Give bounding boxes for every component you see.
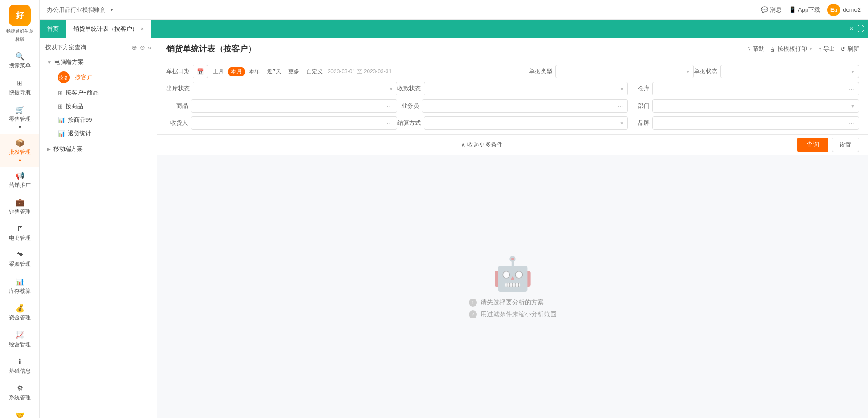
app-download-button[interactable]: 📱 App下载 bbox=[789, 6, 820, 14]
sidebar-item-system[interactable]: ⚙ 系统管理 bbox=[0, 380, 39, 406]
sidebar-item-sales[interactable]: 💼 销售管理 bbox=[0, 194, 39, 220]
tab-home-label: 首页 bbox=[47, 25, 59, 33]
settlement-select[interactable]: ▼ bbox=[424, 116, 628, 130]
sidebar-item-wholesale[interactable]: 📦 批发管理 ▲ bbox=[0, 134, 39, 167]
tree-item-label: 按客户 bbox=[75, 73, 93, 81]
grid-icon: ⊞ bbox=[17, 79, 23, 87]
date-range-display: 2023-03-01 至 2023-03-31 bbox=[328, 68, 392, 76]
finance-icon: 💰 bbox=[15, 304, 24, 313]
doc-status-select[interactable]: ▼ bbox=[720, 65, 859, 78]
shortcut-last-7-days[interactable]: 近7天 bbox=[264, 67, 284, 76]
warehouse-select[interactable]: ··· bbox=[652, 82, 859, 95]
tab-sales-stats[interactable]: 销货单统计表（按客户） × bbox=[66, 20, 151, 38]
sidebar-item-shortcuts[interactable]: ⊞ 快捷导航 bbox=[0, 74, 39, 101]
chevron-down-icon: ▼ bbox=[619, 121, 624, 126]
print-label: 按模板打印 bbox=[778, 45, 807, 53]
export-button[interactable]: ↑ 导出 bbox=[819, 45, 835, 53]
tree-item-by-customer-goods[interactable]: ⊞ 按客户+商品 bbox=[54, 86, 157, 100]
filter-cell-settlement: 结算方式 ▼ bbox=[397, 116, 628, 130]
sidebar-item-enterprise[interactable]: 🤝 企业协同 bbox=[0, 406, 39, 418]
page-header-actions: ? 帮助 🖨 按模板打印 ▼ ↑ 导出 ↺ 刷新 bbox=[747, 45, 859, 58]
collapse-button[interactable]: ∧ 收起更多条件 bbox=[454, 137, 510, 152]
sidebar-item-operations[interactable]: 📈 经营管理 bbox=[0, 326, 39, 353]
sidebar-item-procurement[interactable]: 🛍 采购管理 bbox=[0, 247, 39, 273]
shortcut-last-month[interactable]: 上月 bbox=[210, 67, 227, 76]
more-options-icon: ··· bbox=[387, 103, 393, 109]
sidebar-item-inventory[interactable]: 📊 库存核算 bbox=[0, 273, 39, 299]
print-button[interactable]: 🖨 按模板打印 ▼ bbox=[770, 45, 813, 53]
out-status-select[interactable]: ▼ bbox=[193, 82, 397, 95]
sidebar-item-finance[interactable]: 💰 资金管理 bbox=[0, 299, 39, 326]
chart-icon: 📊 bbox=[58, 117, 65, 124]
filter-row-1: 单据日期 📅 上月 本月 本年 近7天 更多 自定义 bbox=[166, 65, 859, 78]
chevron-down-icon: ▼ bbox=[850, 104, 855, 109]
tree-item-by-goods[interactable]: ⊞ 按商品 bbox=[54, 100, 157, 113]
salesperson-select[interactable]: ··· bbox=[422, 99, 628, 113]
sidebar-item-ecommerce[interactable]: 🖥 电商管理 bbox=[0, 220, 39, 247]
query-button[interactable]: 查询 bbox=[797, 138, 828, 152]
settlement-label: 结算方式 bbox=[397, 119, 421, 127]
message-button[interactable]: 💬 消息 bbox=[761, 6, 782, 14]
filter-row-3: 商品 ··· 业务员 ··· 部门 bbox=[166, 99, 859, 113]
empty-hint-1: 1 请先选择要分析的方案 bbox=[469, 299, 557, 307]
salesperson-label: 业务员 bbox=[397, 102, 419, 110]
sidebar-item-search[interactable]: 🔍 搜索菜单 bbox=[0, 48, 39, 74]
doc-type-select[interactable]: ▼ bbox=[555, 65, 694, 78]
shortcut-this-year[interactable]: 本年 bbox=[246, 67, 263, 76]
goods-select[interactable]: ··· bbox=[191, 99, 397, 113]
tree-item-label: 按商品99 bbox=[68, 116, 92, 124]
topbar-left: 办公用品行业模拟账套 ▼ bbox=[47, 6, 114, 14]
sidebar-item-label: 零售管理 bbox=[9, 115, 31, 123]
brand-select[interactable]: ··· bbox=[652, 116, 859, 130]
settings-button[interactable]: 设置 bbox=[832, 138, 859, 152]
tab-window-controls: × ⛶ bbox=[849, 25, 864, 33]
ecommerce-icon: 🖥 bbox=[16, 225, 24, 233]
user-profile-button[interactable]: Ea demo2 bbox=[827, 4, 861, 16]
retail-icon: 🛒 bbox=[15, 105, 24, 114]
collapse-bar: ∧ 收起更多条件 bbox=[166, 137, 797, 152]
grid-icon: ⊞ bbox=[58, 90, 63, 96]
action-collapse-row: ∧ 收起更多条件 查询 设置 bbox=[157, 135, 868, 155]
close-window-icon[interactable]: × bbox=[849, 25, 854, 33]
warehouse-label: 仓库 bbox=[628, 85, 650, 93]
main-content: 办公用品行业模拟账套 ▼ 💬 消息 📱 App下载 Ea demo2 首页 销货… bbox=[40, 0, 868, 418]
doc-status-label: 单据状态 bbox=[694, 67, 717, 76]
empty-hint-2: 2 用过滤条件来缩小分析范围 bbox=[469, 310, 557, 318]
shortcut-custom[interactable]: 自定义 bbox=[303, 67, 326, 76]
tab-close-button[interactable]: × bbox=[141, 26, 144, 32]
help-label: 帮助 bbox=[753, 45, 764, 53]
refresh-button[interactable]: ↺ 刷新 bbox=[840, 45, 859, 53]
shortcut-this-month[interactable]: 本月 bbox=[228, 67, 245, 76]
avatar: Ea bbox=[827, 4, 840, 16]
help-icon: ? bbox=[747, 46, 750, 52]
collapse-panel-button[interactable]: « bbox=[148, 44, 151, 51]
recipient-select[interactable]: ··· bbox=[191, 116, 397, 130]
chevron-up-icon: ∧ bbox=[461, 142, 466, 148]
sidebar-item-basic[interactable]: ℹ 基础信息 bbox=[0, 353, 39, 380]
tree-item-return-stats[interactable]: 📊 退货统计 bbox=[54, 127, 157, 140]
sidebar-item-label: 采购管理 bbox=[9, 261, 31, 268]
help-button[interactable]: ? 帮助 bbox=[747, 45, 764, 53]
date-picker[interactable]: 📅 bbox=[193, 65, 208, 78]
tree-item-by-goods-99[interactable]: 📊 按商品99 bbox=[54, 113, 157, 127]
tab-home[interactable]: 首页 bbox=[40, 20, 66, 38]
shortcut-more[interactable]: 更多 bbox=[285, 67, 302, 76]
add-scheme-button[interactable]: ⊕ bbox=[132, 44, 137, 51]
department-select[interactable]: ▼ bbox=[652, 99, 859, 113]
left-panel-header: 按以下方案查询 ⊕ ⊙ « bbox=[40, 38, 157, 55]
filter-cell-brand: 品牌 ··· bbox=[628, 116, 859, 130]
sidebar-item-marketing[interactable]: 📢 营销推广 bbox=[0, 167, 39, 194]
content-area: 按以下方案查询 ⊕ ⊙ « ▼ 电脑端方案 按客 按客户 ⊞ bbox=[40, 38, 868, 418]
print-icon: 🖨 bbox=[770, 46, 776, 52]
settings-scheme-button[interactable]: ⊙ bbox=[140, 44, 145, 51]
receipt-status-label: 收款状态 bbox=[397, 85, 421, 93]
maximize-icon[interactable]: ⛶ bbox=[857, 25, 864, 33]
more-options-icon: ··· bbox=[387, 120, 393, 127]
tree-item-by-customer[interactable]: 按客 按客户 bbox=[54, 69, 157, 86]
logo-subtitle: 标版 bbox=[15, 36, 24, 43]
sidebar-item-retail[interactable]: 🛒 零售管理 ▼ bbox=[0, 101, 39, 134]
calendar-icon: 📅 bbox=[197, 68, 204, 75]
message-label: 消息 bbox=[770, 6, 782, 14]
receipt-status-select[interactable]: ▼ bbox=[424, 82, 628, 95]
filter-cell-receipt-status: 收款状态 ▼ bbox=[397, 82, 628, 95]
